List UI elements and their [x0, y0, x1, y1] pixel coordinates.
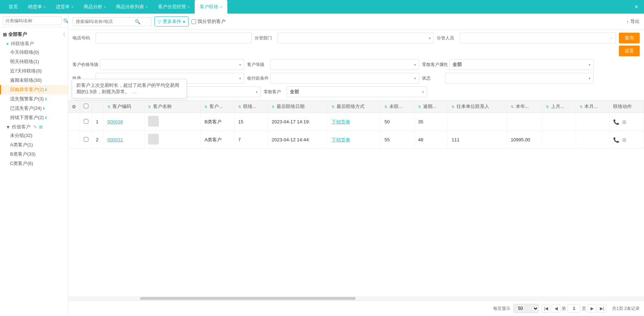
filter-customer-grade: 客户等级 ▾ — [247, 59, 419, 70]
price-grade-select[interactable]: ▾ — [100, 59, 244, 70]
row2-last-method[interactable]: 下销货单 — [328, 131, 381, 149]
col-settings[interactable]: ⚙ — [68, 100, 80, 113]
col-overdue[interactable]: ⇅ 逾期... — [414, 100, 448, 113]
sidebar-item-today[interactable]: 今天待联络(0) — [0, 48, 68, 57]
more-conditions-btn[interactable]: ▽ 更多条件 ▾ — [154, 16, 189, 27]
edit-icon[interactable]: ✎ — [33, 124, 37, 129]
col-type[interactable]: ⇅ 客户... — [201, 100, 235, 113]
my-customers-checkbox[interactable]: 我分管的客户 — [191, 18, 226, 25]
query-button[interactable]: 查询 — [619, 33, 640, 43]
filter-retail-attr: 零散客户属性 全部 ▾ — [422, 59, 594, 70]
col-contact[interactable]: ⇅ 联络... — [234, 100, 268, 113]
tab-purchase[interactable]: 进货单 × — [51, 0, 78, 14]
sidebar-search-input[interactable] — [3, 16, 62, 25]
table-scroll-thumb[interactable] — [140, 297, 356, 300]
add-icon[interactable]: ⊞ — [39, 124, 43, 129]
phone-label: 电话号码 — [73, 35, 94, 41]
sidebar-item-lost-potential[interactable]: 流失预警客户(3) ℹ — [0, 94, 68, 104]
row1-last-method[interactable]: 下销货单 — [328, 113, 381, 131]
pending-contact-group[interactable]: ▼ 待联络客户 — [0, 39, 68, 48]
tab-customer-mgmt[interactable]: 客户分层经营 × — [153, 0, 195, 14]
col-last-method[interactable]: ⇅ 最后联络方式 — [328, 100, 381, 113]
row2-last-month — [542, 131, 576, 149]
table-scrollbar[interactable] — [68, 296, 644, 301]
col-this-month[interactable]: ⇅ 本月... — [576, 100, 610, 113]
row2-code[interactable]: 000031 — [104, 131, 144, 149]
tab-customer-mgmt-close[interactable]: × — [187, 5, 190, 9]
last-page-btn[interactable]: ▶| — [598, 304, 606, 313]
main-search-icon[interactable]: 🔍 — [135, 19, 140, 24]
my-customers-check[interactable] — [191, 19, 196, 24]
dept-select[interactable]: ▾ — [278, 33, 434, 43]
tab-customer-contact-close[interactable]: × — [220, 5, 222, 9]
row2-select[interactable] — [84, 137, 88, 142]
phone-input[interactable] — [96, 33, 252, 43]
sidebar-item-repeat-abnormal[interactable]: 回购异常客户(2) ℹ — [0, 85, 68, 94]
row1-unit-contact — [448, 113, 507, 131]
tab-home[interactable]: 首页 — [4, 0, 23, 14]
row2-this-month — [576, 131, 610, 149]
row1-phone-icon[interactable]: 📞 — [613, 119, 619, 125]
row2-checkbox[interactable] — [80, 131, 92, 149]
sidebar-item-tomorrow[interactable]: 明天待联络(1) — [0, 57, 68, 66]
row2-phone-icon[interactable]: 📞 — [613, 137, 619, 143]
sidebar-item-declining[interactable]: 持续下滑客户(2) ℹ — [0, 113, 68, 122]
col-this-year[interactable]: ⇅ 本年... — [507, 100, 542, 113]
toolbar: 🔍 ▽ 更多条件 ▾ 我分管的客户 ↑ 导出 — [68, 14, 644, 30]
sidebar-item-class-a[interactable]: A类客户(1) — [0, 140, 68, 150]
per-page-select[interactable]: 50 100 200 — [513, 304, 539, 313]
row1-code[interactable]: 000039 — [104, 113, 144, 131]
tab-sales-close[interactable]: × — [43, 5, 46, 9]
sidebar-search-icon[interactable]: 🔍 — [63, 18, 68, 24]
all-customers-header[interactable]: ⊞ 全部客户 〈 — [0, 30, 68, 39]
sidebar-item-unclassified[interactable]: 未分组(32) — [0, 131, 68, 140]
status-select[interactable]: ▾ — [445, 73, 594, 84]
retail-attr-label: 零散客户属性 — [422, 62, 448, 68]
row1-select[interactable] — [84, 119, 88, 124]
col-code[interactable]: ⇅ 客户编码 — [104, 100, 144, 113]
select-all-checkbox[interactable] — [84, 104, 88, 108]
row2-more-icon[interactable]: ⊞ — [622, 137, 626, 143]
main-search-input[interactable] — [76, 19, 133, 24]
person-select[interactable]: ··· — [460, 33, 616, 43]
sidebar-collapse-icon[interactable]: 〈 — [61, 32, 65, 37]
customer-grade-select[interactable]: ▾ — [270, 59, 419, 70]
row1-checkbox[interactable] — [80, 113, 92, 131]
row1-more-icon[interactable]: ⊞ — [622, 119, 626, 125]
export-btn[interactable]: ↑ 导出 — [627, 18, 640, 25]
tab-sales[interactable]: 销货单 × — [23, 0, 51, 14]
tab-customer-contact[interactable]: 客户联络 × — [195, 0, 227, 14]
tab-analysis-list[interactable]: 商品分析列表 × — [111, 0, 153, 14]
col-uncontacted[interactable]: ⇅ 未联... — [381, 100, 414, 113]
sidebar-item-class-b[interactable]: B类客户(33) — [0, 150, 68, 159]
payment-select[interactable]: ▾ — [270, 73, 419, 84]
next-page-btn[interactable]: ▶ — [588, 304, 596, 313]
first-page-btn[interactable]: |◀ — [542, 304, 550, 313]
retail-attr-select[interactable]: 全部 ▾ — [449, 59, 594, 70]
sidebar-item-7days[interactable]: 近7天待联络(0) — [0, 66, 68, 76]
prev-page-btn[interactable]: ◀ — [552, 304, 560, 313]
sidebar-item-lost[interactable]: 已流失客户(24) ℹ — [0, 104, 68, 113]
sidebar-item-overdue[interactable]: 逾期未联络(30) — [0, 76, 68, 85]
row2-name — [144, 131, 201, 149]
tab-analysis[interactable]: 商品分析 × — [79, 0, 111, 14]
tab-purchase-close[interactable]: × — [71, 5, 73, 9]
action-buttons: 查询 设置 — [619, 33, 640, 56]
col-name[interactable]: ⇅ 客户名称 — [144, 100, 201, 113]
row2-contact: 7 — [234, 131, 268, 149]
close-all-tabs[interactable]: × — [634, 3, 638, 11]
retail-customer-select[interactable]: 全部 ▾ — [287, 86, 427, 97]
col-last-date[interactable]: ⇅ 最后联络日期 — [268, 100, 328, 113]
setting-button[interactable]: 设置 — [619, 46, 640, 56]
col-unit-contact[interactable]: ⇅ 往来单位联系人 — [448, 100, 507, 113]
tab-analysis-list-close[interactable]: × — [145, 5, 148, 9]
page-input[interactable] — [567, 304, 580, 313]
tab-analysis-close[interactable]: × — [104, 5, 106, 9]
table-row: 2 000031 A类客户 7 2023-04-12 14:44: 下销货单 — [68, 131, 644, 149]
retail-customer-arrow: ▾ — [422, 90, 424, 94]
row2-settings — [68, 131, 80, 149]
info-icon: ℹ — [45, 88, 47, 92]
col-last-month[interactable]: ⇅ 上月... — [542, 100, 576, 113]
value-customers-group[interactable]: ▼ 价值客户 ✎ ⊞ — [0, 122, 68, 131]
sidebar-item-class-c[interactable]: C类客户(6) — [0, 159, 68, 168]
